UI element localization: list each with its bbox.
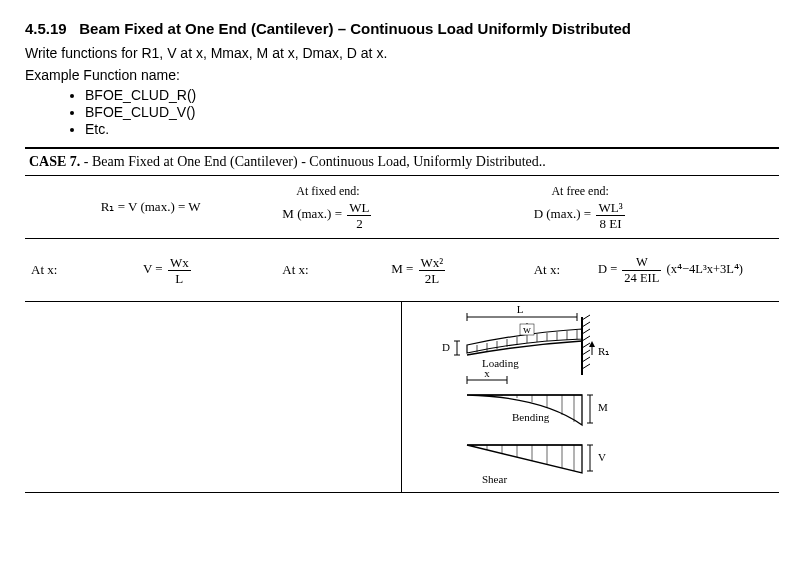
example-label: Example Function name: (25, 67, 779, 83)
label-fixed-end: At fixed end: (296, 184, 359, 199)
cell-mx: At x: M = Wx² 2L (276, 238, 527, 301)
eq-r1: R₁ = V (max.) = W (101, 199, 201, 215)
diag-x: x (484, 367, 490, 379)
svg-line-10 (582, 357, 590, 362)
dmax-lhs: D (max.) = (534, 206, 592, 221)
section-title: Beam Fixed at One End (Cantilever) – Con… (79, 20, 631, 37)
svg-line-6 (582, 329, 590, 334)
svg-line-11 (582, 364, 590, 369)
diag-L: L (517, 305, 524, 315)
dx-frac: W 24 EIL (622, 256, 661, 284)
svg-line-7 (582, 336, 590, 341)
diag-w: w (523, 323, 531, 335)
cell-r1-v: R₁ = V (max.) = W (25, 176, 276, 238)
list-item: BFOE_CLUD_V() (85, 104, 779, 120)
mx-num: Wx² (419, 256, 446, 271)
mmax-lhs: M (max.) = (282, 206, 342, 221)
mmax-num: WL (347, 201, 371, 216)
label-atx-3: At x: (534, 262, 560, 278)
mmax-den: 2 (347, 216, 371, 230)
label-atx-2: At x: (282, 262, 308, 278)
label-free-end: At free end: (551, 184, 608, 199)
svg-marker-30 (589, 341, 595, 347)
instruction-text: Write functions for R1, V at x, Mmax, M … (25, 45, 779, 61)
dx-num: W (622, 256, 661, 271)
vx-frac: Wx L (168, 256, 191, 285)
dx-rest: (x⁴−4L³x+3L⁴) (667, 262, 743, 276)
case-title-bar: CASE 7. - Beam Fixed at One End (Cantile… (25, 147, 779, 176)
case-number: CASE 7. (29, 154, 80, 169)
case-title: Beam Fixed at One End (Cantilever) - Con… (92, 154, 546, 169)
diag-R1: R₁ (598, 345, 609, 357)
label-atx-1: At x: (31, 262, 57, 278)
wall-hatch (582, 315, 590, 375)
case-dash: - (80, 154, 92, 169)
diag-D: D (442, 341, 450, 353)
mx-lhs: M = (391, 261, 413, 276)
svg-line-4 (582, 315, 590, 320)
svg-line-9 (582, 350, 590, 355)
svg-line-5 (582, 322, 590, 327)
vx-num: Wx (168, 256, 191, 271)
diag-V: V (598, 451, 606, 463)
example-bullet-list: BFOE_CLUD_R() BFOE_CLUD_V() Etc. (25, 87, 779, 137)
dmax-num: WL³ (596, 201, 624, 216)
list-item: Etc. (85, 121, 779, 137)
vx-den: L (168, 271, 191, 285)
dx-den: 24 EIL (622, 271, 661, 285)
cell-dx: At x: D = W 24 EIL (x⁴−4L³x+3L⁴) (528, 238, 779, 301)
section-heading: 4.5.19 Beam Fixed at One End (Cantilever… (25, 20, 779, 37)
cell-dmax: At free end: D (max.) = WL³ 8 EI (528, 176, 779, 238)
section-number: 4.5.19 (25, 20, 67, 37)
mmax-frac: WL 2 (347, 201, 371, 230)
formula-grid: R₁ = V (max.) = W At fixed end: M (max.)… (25, 176, 779, 302)
beam-diagram-cell: L (402, 302, 779, 492)
dmax-den: 8 EI (596, 216, 624, 230)
mx-den: 2L (419, 271, 446, 285)
cell-mmax: At fixed end: M (max.) = WL 2 (276, 176, 527, 238)
list-item: BFOE_CLUD_R() (85, 87, 779, 103)
dx-lhs: D = (598, 262, 617, 276)
beam-diagram: L (412, 305, 672, 490)
cell-vx: At x: V = Wx L (25, 238, 276, 301)
diag-shear: Shear (482, 473, 507, 485)
diag-M: M (598, 401, 608, 413)
diagram-row: L (25, 302, 779, 493)
diag-bending: Bending (512, 411, 550, 423)
svg-line-8 (582, 343, 590, 348)
dmax-frac: WL³ 8 EI (596, 201, 624, 230)
mx-frac: Wx² 2L (419, 256, 446, 285)
vx-lhs: V = (143, 261, 163, 276)
